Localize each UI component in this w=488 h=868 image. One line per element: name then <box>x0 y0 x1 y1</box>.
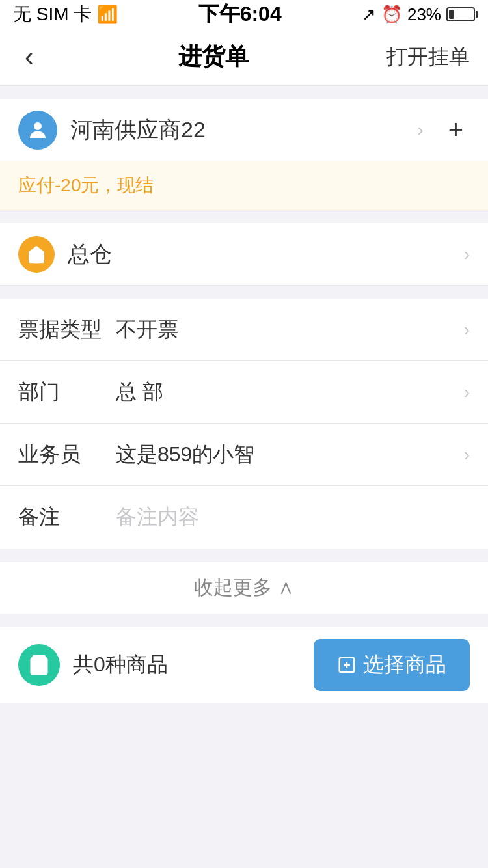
department-label: 部门 <box>18 378 116 407</box>
open-pending-button[interactable]: 打开挂单 <box>386 43 470 72</box>
salesperson-row[interactable]: 业务员 这是859的小智 › <box>0 424 488 486</box>
add-supplier-button[interactable]: + <box>442 109 470 151</box>
select-product-label: 选择商品 <box>363 651 446 679</box>
salesperson-chevron: › <box>464 444 470 465</box>
battery-icon <box>446 7 475 21</box>
carrier-label: 无 SIM 卡 <box>13 2 92 27</box>
person-icon <box>26 118 49 142</box>
battery-label: 23% <box>407 5 441 25</box>
supplier-avatar <box>18 111 57 150</box>
invoice-type-value: 不开票 <box>116 316 457 344</box>
salesperson-value: 这是859的小智 <box>116 441 457 469</box>
select-product-icon <box>337 655 357 675</box>
collapse-label: 收起更多 ∧ <box>194 575 293 601</box>
location-icon: ↗ <box>362 5 376 25</box>
status-right: ↗ ⏰ 23% <box>362 5 475 25</box>
form-section: 票据类型 不开票 › 部门 总 部 › 业务员 这是859的小智 › 备注 备注… <box>0 299 488 549</box>
warehouse-section[interactable]: 总仓 › <box>0 223 488 286</box>
warehouse-icon <box>18 236 55 273</box>
invoice-type-label: 票据类型 <box>18 316 116 344</box>
notice-banner: 应付-20元，现结 <box>0 161 488 210</box>
page-title: 进货单 <box>178 41 249 73</box>
collapse-button[interactable]: 收起更多 ∧ <box>0 562 488 614</box>
warehouse-name: 总仓 <box>68 239 464 269</box>
remark-label: 备注 <box>18 503 116 532</box>
alarm-icon: ⏰ <box>381 5 402 25</box>
invoice-type-row[interactable]: 票据类型 不开票 › <box>0 299 488 361</box>
department-row[interactable]: 部门 总 部 › <box>0 361 488 424</box>
product-bar: 共0种商品 选择商品 <box>0 627 488 703</box>
notice-text: 应付-20元，现结 <box>18 175 154 195</box>
warehouse-chevron: › <box>464 244 470 265</box>
salesperson-label: 业务员 <box>18 441 116 469</box>
warehouse-svg <box>26 244 47 265</box>
svg-point-0 <box>34 122 42 130</box>
status-left: 无 SIM 卡 📶 <box>13 2 118 27</box>
back-button[interactable]: ‹ <box>18 36 40 78</box>
product-icon <box>18 644 60 686</box>
nav-bar: ‹ 进货单 打开挂单 <box>0 29 488 86</box>
status-bar: 无 SIM 卡 📶 下午6:04 ↗ ⏰ 23% <box>0 0 488 29</box>
supplier-chevron: › <box>417 120 423 141</box>
department-chevron: › <box>464 382 470 403</box>
supplier-section[interactable]: 河南供应商22 › + <box>0 99 488 161</box>
product-count-label: 共0种商品 <box>73 651 314 679</box>
cart-icon <box>27 653 51 677</box>
remark-placeholder: 备注内容 <box>116 503 470 532</box>
invoice-type-chevron: › <box>464 319 470 340</box>
remark-row[interactable]: 备注 备注内容 <box>0 486 488 549</box>
select-product-button[interactable]: 选择商品 <box>314 639 470 691</box>
battery-fill <box>449 10 454 19</box>
status-time: 下午6:04 <box>198 0 282 29</box>
department-value: 总 部 <box>116 378 457 407</box>
supplier-name: 河南供应商22 <box>70 115 417 145</box>
section-gap-1 <box>0 86 488 99</box>
wifi-icon: 📶 <box>97 5 118 25</box>
